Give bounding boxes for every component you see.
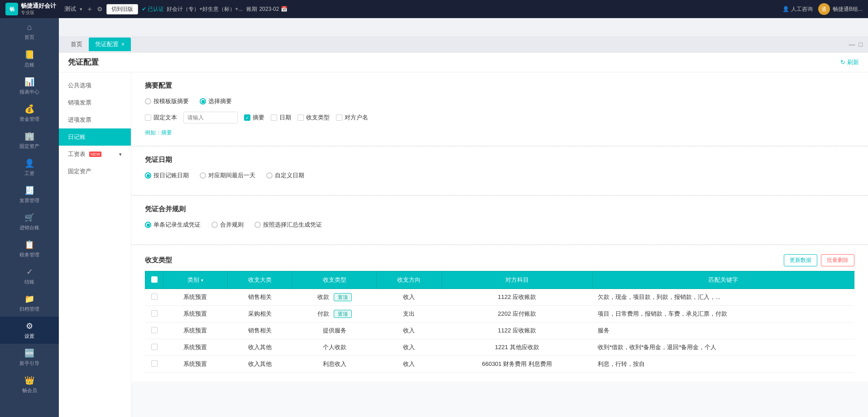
chevron-down-icon[interactable]: ▾ [80,6,82,12]
minimize-button[interactable]: — [849,41,855,48]
topbar-gear-icon[interactable]: ⚙ [97,5,103,13]
table-row: 系统预置 销售相关 提供服务 收入 1122 应收账款 服务 [145,322,854,339]
sidebar-item-invoices[interactable]: 🧾 发票管理 [0,181,59,208]
radio-template-circle [145,98,151,104]
row4-direction: 收入 [377,339,442,356]
summary-option-template[interactable]: 按模板版摘要 [145,97,189,105]
merge-option-single[interactable]: 单条记录生成凭证 [145,221,201,229]
sidebar-item-close[interactable]: ✓ 结账 [0,262,59,289]
sidebar-item-funds[interactable]: 💰 资金管理 [0,100,59,127]
date-option-custom[interactable]: 自定义日期 [266,171,304,180]
tab-close-icon[interactable]: × [121,41,125,47]
row3-checkbox[interactable] [145,322,163,339]
sidebar-item-payroll[interactable]: 👤 工资 [0,154,59,181]
main-area: 首页 凭证配置 × — □ 凭证配置 ↻ 刷新 公共选项 销项发票 进项发票 [59,36,868,417]
sidebar-item-settings[interactable]: ⚙ 设置 [0,317,59,344]
summary-config-section: 摘要配置 按模板版摘要 选择摘要 固定文本 [131,72,868,146]
sub-nav: 公共选项 销项发票 进项发票 日记账 工资表 NEW ▾ 固定资产 [59,72,131,417]
radio-custom-date [266,172,273,179]
row2-checkbox[interactable] [145,306,163,322]
calendar-icon[interactable]: 📅 [281,6,288,12]
row4-checkbox[interactable] [145,339,163,356]
user-name: 畅捷通B组... [833,5,863,13]
switch-version-button[interactable]: 切到旧版 [106,4,138,14]
sub-nav-sales[interactable]: 销项发票 [59,94,131,111]
invoices-icon: 🧾 [24,185,34,195]
tabs-bar: 首页 凭证配置 × — □ [59,36,868,52]
sidebar-item-purchase[interactable]: 🛒 进销台账 [0,208,59,235]
archive-icon: 📁 [24,294,34,304]
tab-voucher-config[interactable]: 凭证配置 × [89,38,131,51]
sidebar-item-ledger[interactable]: 📒 总账 [0,45,59,72]
table-row: 系统预置 采购相关 付款 置顶 支出 2202 应付账款 项目，日常费用，报销款… [145,306,854,322]
topbar-middle: 测试 ▾ ＋ ⚙ 切到旧版 ✔ 已认证 好会计（专）+好生意（标）+... 账期… [64,4,778,14]
customer-service-button[interactable]: 👤 人工咨询 [782,5,813,13]
radio-summary-voucher [254,222,261,228]
sub-nav-fixed-assets[interactable]: 固定资产 [59,163,131,180]
row3-direction: 收入 [377,322,442,339]
topbar-right: 👤 人工咨询 通 畅捷通B组... [782,3,863,15]
merge-option-rules[interactable]: 合并规则 [211,221,244,229]
sidebar-item-reports[interactable]: 📊 报表中心 [0,72,59,100]
checkbox-payment-type [297,114,304,121]
maximize-button[interactable]: □ [859,41,863,48]
certified-badge: ✔ 已认证 [142,5,164,13]
date-option-journal[interactable]: 按日记账日期 [145,171,189,180]
purchase-icon: 🛒 [24,213,34,223]
row5-checkbox[interactable] [145,356,163,373]
sub-nav-public[interactable]: 公共选项 [59,77,131,94]
sub-nav-journal[interactable]: 日记账 [59,128,131,146]
row1-checkbox[interactable] [145,289,163,306]
checkbox-counterparty [336,114,342,121]
logo-text: 畅捷通好会计 [21,2,56,9]
update-data-button[interactable]: 更新数据 [784,254,817,266]
row1-account: 1122 应收账款 [441,289,592,306]
voucher-date-title: 凭证日期 [145,156,854,164]
row4-keywords: 收到*借款，收到*备用金，退回*备用金，个人 [592,339,854,356]
reports-icon: 📊 [24,77,34,87]
user-info: 通 畅捷通B组... [818,3,863,15]
merge-option-summary[interactable]: 按照选择汇总生成凭证 [254,221,322,229]
radio-select-circle [200,98,206,104]
fixed-text-input[interactable] [183,112,238,123]
col-sub-type: 收支类型 [293,271,377,289]
summary-option-select[interactable]: 选择摘要 [200,97,232,105]
sidebar-item-home[interactable]: ⌂ 首页 [0,18,59,45]
select-all-checkbox[interactable] [151,276,158,283]
sidebar-item-tax[interactable]: 📋 税务管理 [0,235,59,262]
sidebar-item-archive[interactable]: 📁 归档管理 [0,289,59,317]
payment-type-checkbox[interactable]: 收支类型 [297,114,330,122]
summary-checkbox[interactable]: ✓ 摘要 [244,114,264,122]
sub-nav-payroll-table[interactable]: 工资表 NEW ▾ [59,146,131,163]
new-badge: NEW [89,152,101,157]
sub-nav-purchase-inv[interactable]: 进项发票 [59,111,131,128]
row2-keywords: 项目，日常费用，报销款，车费，承兑汇票，付款 [592,306,854,322]
row2-account: 2202 应付账款 [441,306,592,322]
chevron-down-icon: ▾ [119,152,122,157]
row5-keywords: 利息，行转，按自 [592,356,854,373]
counterparty-checkbox[interactable]: 对方户名 [336,114,368,122]
tab-home[interactable]: 首页 [64,38,89,51]
row5-sub-type: 利息收入 [293,356,377,373]
logo-icon: 畅 [5,3,18,15]
col-account: 对方科目 [441,271,592,289]
row5-account: 660301 财务费用 利息费用 [441,356,592,373]
guide-icon: 🆕 [24,348,34,358]
ledger-icon: 📒 [24,50,34,60]
payment-types-title: 收支类型 [145,256,172,265]
date-checkbox[interactable]: 日期 [271,114,291,122]
radio-journal-date [145,172,151,179]
sidebar-item-assets[interactable]: 🏢 固定资产 [0,127,59,154]
topbar-add-icon[interactable]: ＋ [86,5,93,14]
sidebar-item-guide[interactable]: 🆕 新手引导 [0,344,59,371]
batch-delete-button[interactable]: 批量删除 [821,254,854,266]
merge-radio-group: 单条记录生成凭证 合并规则 按照选择汇总生成凭证 [145,221,854,229]
table-row: 系统预置 销售相关 收款 置顶 收入 1122 应收账款 欠款，现金，项目款，到… [145,289,854,306]
sidebar-item-member[interactable]: 👑 畅会员 [0,371,59,398]
fixed-text-checkbox[interactable]: 固定文本 [145,114,177,122]
refresh-button[interactable]: ↻ 刷新 [840,58,859,66]
date-option-period-last[interactable]: 对应期间最后一天 [200,171,255,180]
tabs-right-controls: — □ [849,41,863,48]
checkbox-summary: ✓ [244,114,250,121]
funds-icon: 💰 [24,104,34,114]
